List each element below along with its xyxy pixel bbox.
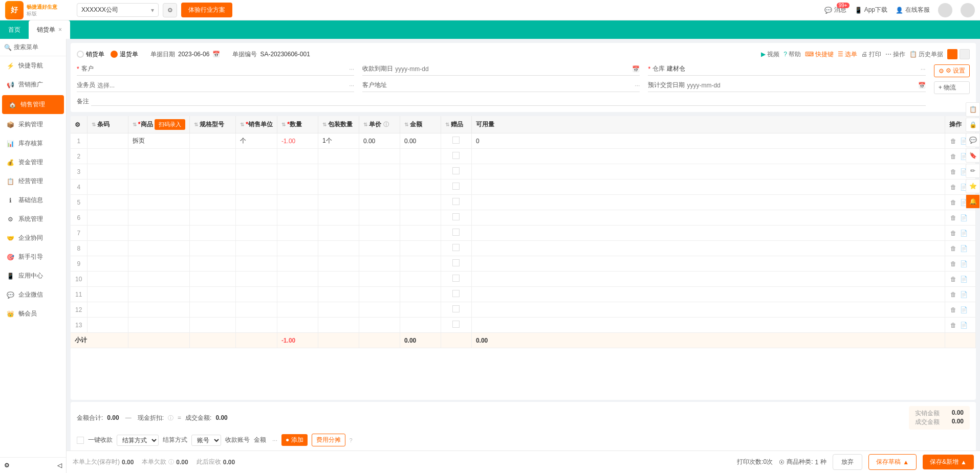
copy-row-icon[interactable]: 📄 — [960, 229, 968, 237]
checkbox-product-types[interactable]: ☉ — [779, 459, 785, 466]
tab-sale-order[interactable]: 销货单 × — [29, 20, 70, 39]
float-btn-2[interactable]: 🔒 — [966, 118, 980, 132]
copy-row-icon[interactable]: 📄 — [960, 306, 968, 314]
save-new-button[interactable]: 保存&新增 ▲ — [923, 455, 974, 469]
delete-row-icon[interactable]: 🗑 — [949, 275, 957, 283]
customer-more-icon[interactable]: ··· — [349, 65, 354, 73]
float-btn-4[interactable]: 🔖 — [966, 148, 980, 163]
float-btn-1[interactable]: 📋 — [966, 102, 980, 117]
tab-close-icon[interactable]: × — [58, 26, 62, 33]
gift-checkbox[interactable] — [452, 229, 460, 236]
copy-row-icon[interactable]: 📄 — [960, 244, 968, 253]
sidebar-item-vip[interactable]: 👑 畅会员 — [0, 304, 66, 323]
print-btn[interactable]: 🖨 打印 — [861, 50, 881, 59]
fee-split-button[interactable]: 费用分摊 — [312, 434, 345, 446]
app-download-button[interactable]: 📱 App下载 — [855, 6, 887, 14]
overdue-info-icon[interactable]: ⓘ — [168, 458, 174, 466]
actions-btn[interactable]: ⋯ 操作 — [885, 50, 905, 59]
delete-row-icon[interactable]: 🗑 — [949, 137, 957, 145]
doc-settings-button[interactable]: ⚙ ⚙ 设置 — [934, 64, 970, 77]
delete-row-icon[interactable]: 🗑 — [949, 321, 957, 329]
sidebar-collapse-icon[interactable]: ◁ — [57, 462, 62, 469]
online-service-button[interactable]: 👤 在线客服 — [896, 6, 930, 14]
view-grid-icon[interactable] — [960, 49, 970, 59]
date-picker-icon[interactable]: 📅 — [212, 51, 220, 58]
sidebar-item-quick-nav[interactable]: ⚡ 快捷导航 — [0, 56, 66, 75]
sidebar-item-collab[interactable]: 🤝 企业协同 — [0, 229, 66, 247]
sidebar-item-finance[interactable]: 💰 资金管理 — [0, 153, 66, 172]
sidebar-item-marketing[interactable]: 📢 营销推广 — [0, 75, 66, 94]
gift-checkbox[interactable] — [452, 275, 460, 282]
warehouse-more-icon[interactable]: ··· — [921, 65, 926, 73]
copy-row-icon[interactable]: 📄 — [960, 214, 968, 222]
delete-row-icon[interactable]: 🗑 — [949, 168, 957, 176]
float-btn-3[interactable]: 💬 — [966, 133, 980, 147]
gift-checkbox[interactable] — [452, 305, 460, 312]
gift-checkbox[interactable] — [452, 259, 460, 266]
radio-sale[interactable]: 销货单 — [77, 50, 104, 59]
sidebar-item-sales[interactable]: 🏠 销售管理 — [2, 95, 64, 114]
price-info-icon[interactable]: ⓘ — [383, 121, 389, 127]
delete-row-icon[interactable]: 🗑 — [949, 260, 957, 268]
tab-home[interactable]: 首页 — [0, 20, 29, 39]
sidebar-search[interactable]: 🔍 搜索菜单 — [0, 39, 66, 56]
trial-button[interactable]: 体验行业方案 — [181, 3, 232, 17]
col-settings[interactable]: ⚙ — [71, 116, 87, 133]
amount-more-icon[interactable]: ··· — [272, 437, 277, 444]
copy-row-icon[interactable]: 📄 — [960, 275, 968, 283]
discount-info-icon[interactable]: ⓘ — [168, 414, 173, 422]
sidebar-item-basic-info[interactable]: ℹ 基础信息 — [0, 191, 66, 210]
salesman-input[interactable] — [97, 82, 345, 89]
sidebar-item-app-center[interactable]: 📱 应用中心 — [0, 266, 66, 285]
fee-info-icon[interactable]: ? — [350, 437, 353, 443]
delete-row-icon[interactable]: 🗑 — [949, 214, 957, 222]
due-date-calendar-icon[interactable]: 📅 — [632, 65, 640, 73]
message-button[interactable]: 💬 消息 99+ — [824, 6, 846, 14]
company-select[interactable]: XXXXXX公司 ▾ — [77, 3, 159, 17]
help-btn[interactable]: ? 帮助 — [783, 50, 801, 59]
avatar2[interactable] — [961, 3, 975, 17]
avatar[interactable] — [938, 3, 952, 17]
gift-checkbox[interactable] — [452, 321, 460, 328]
gift-checkbox[interactable] — [452, 152, 460, 159]
sidebar-item-operations[interactable]: 📋 经营管理 — [0, 172, 66, 191]
settlement-select[interactable]: 结算方式 — [117, 435, 159, 446]
sidebar-item-system[interactable]: ⚙ 系统管理 — [0, 210, 66, 229]
logistics-button[interactable]: + 物流 — [934, 81, 970, 94]
history-btn[interactable]: 📋 历史单据 — [909, 50, 943, 59]
remarks-input[interactable] — [91, 97, 926, 106]
sidebar-item-inventory[interactable]: 📊 库存核算 — [0, 134, 66, 153]
radio-return[interactable]: 退货单 — [111, 50, 138, 59]
scan-button[interactable]: 扫码录入 — [155, 119, 185, 130]
expected-date-calendar-icon[interactable]: 📅 — [918, 82, 926, 89]
settings-gear-button[interactable]: ⚙ — [163, 3, 177, 17]
view-list-icon[interactable] — [947, 49, 957, 59]
gift-checkbox[interactable] — [452, 213, 460, 220]
delete-row-icon[interactable]: 🗑 — [949, 152, 957, 161]
video-btn[interactable]: ▶ 视频 — [761, 50, 779, 59]
gift-checkbox[interactable] — [452, 183, 460, 190]
sidebar-item-wechat[interactable]: 💬 企业微信 — [0, 285, 66, 304]
gift-checkbox[interactable] — [452, 137, 460, 144]
save-draft-button[interactable]: 保存草稿 ▲ — [868, 454, 917, 470]
float-btn-5[interactable]: ✏ — [966, 164, 980, 178]
add-payment-button[interactable]: ● 添加 — [281, 434, 308, 446]
float-btn-7[interactable]: 🔔 — [966, 194, 980, 209]
discard-button[interactable]: 放弃 — [833, 454, 862, 470]
delete-row-icon[interactable]: 🗑 — [949, 244, 957, 253]
salesman-more-icon[interactable]: ··· — [349, 82, 354, 89]
select-btn[interactable]: ☰ 选单 — [838, 50, 857, 59]
delete-row-icon[interactable]: 🗑 — [949, 229, 957, 237]
customer-input[interactable] — [96, 65, 345, 73]
gift-checkbox[interactable] — [452, 167, 460, 174]
one-click-checkbox[interactable] — [77, 437, 84, 444]
copy-row-icon[interactable]: 📄 — [960, 260, 968, 268]
shortcut-btn[interactable]: ⌨ 快捷键 — [805, 50, 834, 59]
sidebar-settings-icon[interactable]: ⚙ — [4, 462, 10, 469]
delete-row-icon[interactable]: 🗑 — [949, 198, 957, 207]
copy-row-icon[interactable]: 📄 — [960, 290, 968, 299]
copy-row-icon[interactable]: 📄 — [960, 321, 968, 329]
address-more-icon[interactable]: ··· — [635, 82, 640, 89]
gift-checkbox[interactable] — [452, 198, 460, 205]
float-btn-6[interactable]: ⭐ — [966, 179, 980, 193]
